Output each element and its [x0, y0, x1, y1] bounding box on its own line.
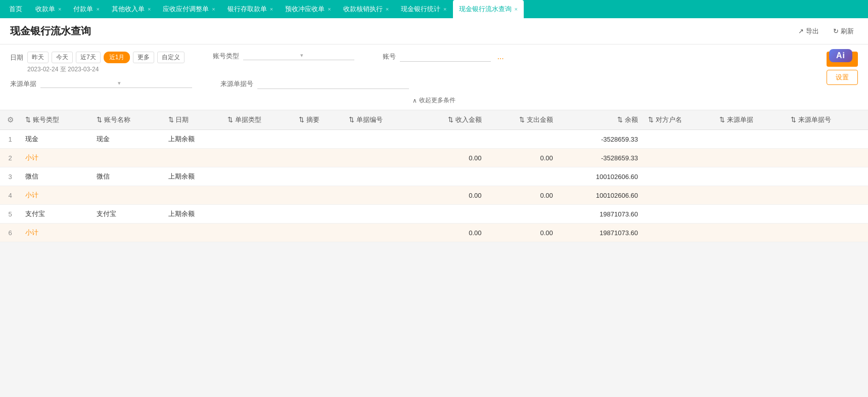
td-expense: 0.00 [487, 224, 558, 242]
close-tab-3-icon[interactable]: × [212, 6, 215, 12]
settings-button[interactable]: 设置 [827, 70, 858, 85]
table-row[interactable]: 4小计0.000.00100102606.60 [0, 186, 868, 205]
date-btn-today[interactable]: 今天 [52, 52, 73, 63]
date-label: 日期 [10, 53, 23, 62]
account-dots-button[interactable]: ... [495, 52, 506, 61]
close-tab-0-icon[interactable]: × [58, 6, 61, 12]
col-counterpart[interactable]: ⇅ 对方户名 [643, 110, 714, 130]
date-btn-1month[interactable]: 近1月 [104, 52, 130, 63]
account-input[interactable] [400, 52, 491, 62]
source-doc-select[interactable]: ▾ [40, 80, 192, 88]
date-btn-custom[interactable]: 自定义 [157, 52, 185, 63]
td-summary [294, 205, 344, 224]
td-seq: 3 [0, 167, 20, 186]
td-balance: 19871073.60 [558, 224, 643, 242]
nav-tab-4[interactable]: 银行存取款单 × [221, 0, 279, 18]
td-account-name [92, 149, 163, 167]
table-row[interactable]: 6小计0.000.0019871073.60 [0, 224, 868, 242]
td-account-name: 现金 [92, 130, 163, 149]
td-date: 上期余额 [163, 205, 222, 224]
nav-tab-1[interactable]: 付款单 × [67, 0, 105, 18]
date-btn-more[interactable]: 更多 [133, 52, 154, 63]
col-account-type[interactable]: ⇅ 账号类型 [20, 110, 92, 130]
td-seq: 6 [0, 224, 20, 242]
source-doc-no-input[interactable] [257, 79, 409, 89]
table-row[interactable]: 3微信微信上期余额100102606.60 [0, 167, 868, 186]
td-summary [294, 186, 344, 205]
refresh-button[interactable]: ↻ 刷新 [829, 25, 858, 38]
td-summary [294, 167, 344, 186]
td-account-type: 小计 [20, 149, 92, 167]
account-type-arrow-icon: ▾ [300, 52, 354, 59]
td-account-type: 小计 [20, 186, 92, 205]
td-expense: 0.00 [487, 149, 558, 167]
col-income[interactable]: ⇅ 收入金额 [415, 110, 486, 130]
td-income: 0.00 [415, 149, 486, 167]
td-counterpart [643, 130, 714, 149]
col-summary[interactable]: ⇅ 摘要 [294, 110, 344, 130]
td-counterpart [643, 205, 714, 224]
col-doc-type[interactable]: ⇅ 单据类型 [222, 110, 294, 130]
td-summary [294, 224, 344, 242]
td-source-doc-no [786, 224, 868, 242]
td-seq: 2 [0, 149, 20, 167]
close-tab-4-icon[interactable]: × [270, 6, 273, 12]
close-tab-8-icon[interactable]: × [515, 6, 518, 12]
col-doc-no[interactable]: ⇅ 单据编号 [344, 110, 415, 130]
close-tab-7-icon[interactable]: × [443, 6, 446, 12]
td-expense [487, 205, 558, 224]
td-account-name [92, 224, 163, 242]
td-summary [294, 149, 344, 167]
td-date: 上期余额 [163, 167, 222, 186]
col-date[interactable]: ⇅ 日期 [163, 110, 222, 130]
export-button[interactable]: ↗ 导出 [794, 25, 823, 38]
col-expense[interactable]: ⇅ 支出金额 [487, 110, 558, 130]
table-container: ⚙ ⇅ 账号类型 ⇅ 账号名称 ⇅ 日期 ⇅ 单据类型 ⇅ 摘要 ⇅ 单据编号 … [0, 110, 868, 242]
nav-tab-2[interactable]: 其他收入单 × [106, 0, 157, 18]
date-btn-7days[interactable]: 近7天 [76, 52, 101, 63]
table-row[interactable]: 5支付宝支付宝上期余额19871073.60 [0, 205, 868, 224]
td-date [163, 186, 222, 205]
close-tab-6-icon[interactable]: × [386, 6, 389, 12]
date-filter-group: 日期 昨天 今天 近7天 近1月 更多 自定义 2023-02-24 至 202… [10, 52, 185, 74]
nav-home[interactable]: 首页 [2, 0, 29, 18]
td-doc-no [344, 224, 415, 242]
td-source-doc-no [786, 149, 868, 167]
filter-left: 日期 昨天 今天 近7天 近1月 更多 自定义 2023-02-24 至 202… [10, 52, 827, 94]
col-source-doc-no[interactable]: ⇅ 来源单据号 [786, 110, 868, 130]
collapse-bar[interactable]: ∧ 收起更多条件 [10, 94, 858, 105]
td-summary [294, 130, 344, 149]
date-btn-yesterday[interactable]: 昨天 [27, 52, 49, 63]
table-row[interactable]: 2小计0.000.00-3528659.33 [0, 149, 868, 167]
td-source-doc-no [786, 205, 868, 224]
col-account-name[interactable]: ⇅ 账号名称 [92, 110, 163, 130]
close-tab-5-icon[interactable]: × [328, 6, 331, 12]
td-account-name [92, 186, 163, 205]
col-balance[interactable]: ⇅ 余额 [558, 110, 643, 130]
table-row[interactable]: 1现金现金上期余额-3528659.33 [0, 130, 868, 149]
td-date [163, 224, 222, 242]
nav-tab-6[interactable]: 收款核销执行 × [337, 0, 395, 18]
nav-tab-0[interactable]: 收款单 × [29, 0, 67, 18]
nav-tab-3[interactable]: 应收应付调整单 × [157, 0, 221, 18]
source-doc-label: 来源单据 [10, 79, 36, 89]
td-doc-no [344, 130, 415, 149]
close-tab-2-icon[interactable]: × [148, 6, 151, 12]
account-type-select[interactable]: ▾ [243, 52, 354, 60]
td-income: 0.00 [415, 224, 486, 242]
ai-badge[interactable]: Ai [829, 49, 852, 62]
nav-tab-5[interactable]: 预收冲应收单 × [279, 0, 337, 18]
nav-tab-7[interactable]: 现金银行统计 × [395, 0, 452, 18]
td-balance: -3528659.33 [558, 130, 643, 149]
td-doc-no [344, 149, 415, 167]
td-doc-type [222, 186, 294, 205]
col-source-doc[interactable]: ⇅ 来源单据 [714, 110, 786, 130]
td-account-name: 支付宝 [92, 205, 163, 224]
col-gear[interactable]: ⚙ [0, 110, 20, 130]
nav-tab-8[interactable]: 现金银行流水查询 × [453, 0, 524, 18]
close-tab-1-icon[interactable]: × [96, 6, 99, 12]
td-account-name: 微信 [92, 167, 163, 186]
td-counterpart [643, 224, 714, 242]
date-range-display: 2023-02-24 至 2023-03-24 [10, 65, 185, 74]
td-source-doc-no [786, 130, 868, 149]
